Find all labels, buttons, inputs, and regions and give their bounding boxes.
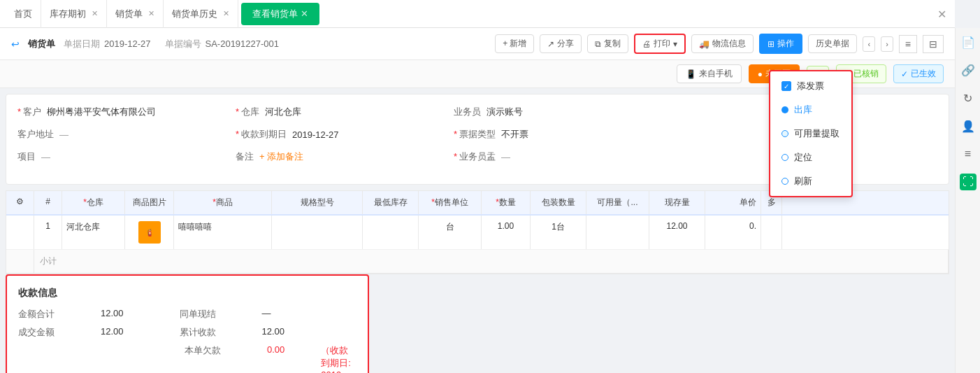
locate-label: 定位 xyxy=(794,151,812,164)
effect-status-button[interactable]: ✓ 已生效 xyxy=(893,64,944,83)
nav-next[interactable]: › xyxy=(881,36,893,52)
refresh-radio xyxy=(781,178,788,185)
payment-title: 收款信息 xyxy=(18,287,356,300)
tab-inventory[interactable]: 库存期初 ✕ xyxy=(41,0,107,28)
unit-header: *销售单位 xyxy=(419,191,482,214)
copy-icon: ⧉ xyxy=(595,39,601,49)
refresh-label: 刷新 xyxy=(794,175,812,188)
ticket-label: 票据类型 xyxy=(454,128,496,141)
minstock-header: 最低库存 xyxy=(363,191,419,214)
dropdown-item-invoice[interactable]: ✓ 添发票 xyxy=(770,74,851,98)
invoice-checkbox: ✓ xyxy=(781,81,791,91)
sidebar-user-icon[interactable]: 👤 xyxy=(960,118,977,134)
grid-view-button[interactable]: ⊟ xyxy=(923,35,944,53)
tab-sales[interactable]: 销货单 ✕ xyxy=(107,0,164,28)
customer-label: 客户 xyxy=(17,106,41,118)
tab-close-sales-history[interactable]: ✕ xyxy=(223,9,229,18)
deal-amount-label: 成交金额 xyxy=(18,326,67,339)
dropdown-item-avail[interactable]: 可用量提取 xyxy=(770,122,851,146)
row-warehouse: 河北仓库 xyxy=(62,216,125,249)
dropdown-item-refresh[interactable]: 刷新 xyxy=(770,169,851,193)
tab-close-view-sales[interactable]: ✕ xyxy=(301,8,308,19)
owed-label: 本单欠款 xyxy=(185,344,233,373)
row-goods: 嘻嘻嘻嘻 xyxy=(174,216,272,249)
copy-button[interactable]: ⧉ 复制 xyxy=(587,34,628,53)
avail-radio xyxy=(781,130,788,137)
pack-header: 包装数量 xyxy=(531,191,586,214)
tab-sales-history[interactable]: 销货单历史 ✕ xyxy=(164,0,238,28)
project-label: 项目 xyxy=(17,150,36,163)
list-view-button[interactable]: ≡ xyxy=(899,35,917,53)
ticket-value: 不开票 xyxy=(501,128,528,141)
same-order-label: 同单现结 xyxy=(180,308,229,321)
settings-header[interactable]: ⚙ xyxy=(6,191,34,214)
add-button[interactable]: + 新增 xyxy=(495,34,534,53)
product-image: 🧯 xyxy=(138,221,161,244)
row-qty: 1.00 xyxy=(482,216,531,249)
outbound-label: 出库 xyxy=(794,104,812,116)
tab-view-sales[interactable]: 查看销货单 ✕ xyxy=(241,3,319,25)
outbound-radio xyxy=(781,106,788,113)
warehouse-header: *仓库 xyxy=(62,191,125,214)
doc-type-label: 销货单 xyxy=(28,38,55,50)
doc-type-icon: ↩ xyxy=(11,38,20,50)
row-more xyxy=(761,216,782,249)
sidebar-list-icon[interactable]: ≡ xyxy=(960,146,977,162)
grid-icon: ⊞ xyxy=(768,39,774,49)
right-sidebar: 📄 🔗 ↻ 👤 ≡ ⛶ xyxy=(955,28,980,373)
date-value: 2019-12-27 xyxy=(104,38,151,49)
history-button[interactable]: 历史单据 xyxy=(808,34,857,53)
row-spec xyxy=(272,216,363,249)
share-icon: ↗ xyxy=(547,39,554,49)
qty-header: *数量 xyxy=(482,191,531,214)
salesman-field: 业务员盂 — xyxy=(454,150,649,163)
print-button[interactable]: 🖨 打印 ▾ xyxy=(635,35,684,52)
sidebar-link-icon[interactable]: 🔗 xyxy=(960,62,977,78)
price-header: 单价 xyxy=(705,191,761,214)
doc-meta: 单据日期 2019-12-27 单据编号 SA-20191227-001 xyxy=(64,38,279,50)
warehouse-field: 仓库 河北仓库 xyxy=(236,106,431,118)
phone-icon: 📱 xyxy=(686,69,696,79)
payment-row-2: 成交金额 12.00 累计收款 12.00 xyxy=(18,326,356,339)
invoice-label: 添发票 xyxy=(797,80,824,92)
row-avail xyxy=(586,216,649,249)
table-row: 1 河北仓库 🧯 嘻嘻嘻嘻 台 1.00 1台 12.00 0. xyxy=(6,216,949,250)
cumul-label: 累计收款 xyxy=(180,326,229,339)
tab-close-sales[interactable]: ✕ xyxy=(148,9,154,18)
warehouse-value: 河北仓库 xyxy=(265,106,301,118)
deal-amount-value: 12.00 xyxy=(101,326,124,339)
due-date-label: 收款到期日 xyxy=(236,128,287,141)
truck-icon: 🚚 xyxy=(699,39,709,49)
sidebar-document-icon[interactable]: 📄 xyxy=(960,34,977,50)
operation-button[interactable]: ⊞ 操作 xyxy=(759,34,802,54)
note-label: 备注 xyxy=(236,150,254,163)
window-close-button[interactable]: ✕ xyxy=(937,7,946,20)
dropdown-menu: ✓ 添发票 出库 可用量提取 定位 刷新 xyxy=(769,70,853,197)
img-header: 商品图片 xyxy=(125,191,174,214)
ticket-icon: ● xyxy=(758,69,763,79)
share-button[interactable]: ↗ 分享 xyxy=(540,34,582,53)
dropdown-item-outbound[interactable]: 出库 xyxy=(770,98,851,122)
payment-row-1: 金额合计 12.00 同单现结 — xyxy=(18,308,356,321)
table-sum-row: 小计 xyxy=(6,250,949,274)
row-settings[interactable] xyxy=(6,216,34,249)
row-pack: 1台 xyxy=(531,216,586,249)
same-order-value: — xyxy=(262,308,271,321)
logistics-button[interactable]: 🚚 物流信息 xyxy=(691,34,754,53)
address-label: 客户地址 xyxy=(17,128,54,141)
tab-home[interactable]: 首页 xyxy=(6,0,41,28)
row-price: 0. xyxy=(705,216,761,249)
tab-close-inventory[interactable]: ✕ xyxy=(92,9,98,18)
tab-bar: 首页 库存期初 ✕ 销货单 ✕ 销货单历史 ✕ 查看销货单 ✕ ✕ xyxy=(0,0,955,28)
add-note-button[interactable]: + 添加备注 xyxy=(259,150,303,163)
operator-label: 业务员 xyxy=(454,106,481,118)
dropdown-item-locate[interactable]: 定位 xyxy=(770,146,851,169)
sidebar-refresh-icon[interactable]: ↻ xyxy=(960,90,977,106)
idx-header: # xyxy=(34,191,62,214)
nav-prev[interactable]: ‹ xyxy=(863,36,875,52)
project-value: — xyxy=(41,152,50,162)
goods-header: *商品 xyxy=(174,191,272,214)
sidebar-expand-icon[interactable]: ⛶ xyxy=(960,174,977,190)
phone-button[interactable]: 📱 来自手机 xyxy=(677,64,742,83)
spec-header: 规格型号 xyxy=(272,191,363,214)
